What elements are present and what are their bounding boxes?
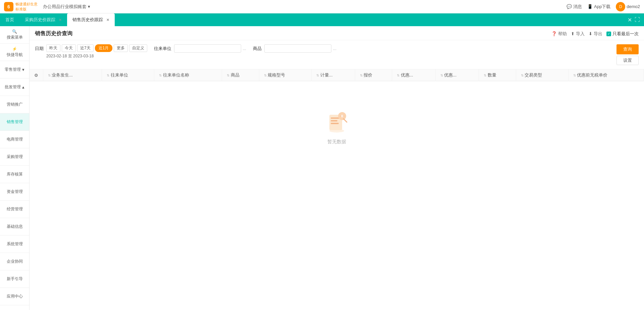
sidebar-item-system[interactable]: 系统管理 xyxy=(0,236,29,253)
customer-filter-group: 往来单位 ... xyxy=(154,44,246,53)
date-btn-last7[interactable]: 近7天 xyxy=(77,44,94,52)
th-spec[interactable]: ⇅ 规格型号 xyxy=(259,69,311,81)
th-discount1[interactable]: ⇅ 优惠... xyxy=(392,69,436,81)
product-input[interactable] xyxy=(264,44,331,53)
product-filter-group: 商品 ... xyxy=(253,44,336,53)
product-input-group: ... xyxy=(264,44,336,53)
header-left: 6 畅捷通好生意 标准版 办公用品行业模拟账套 ▾ xyxy=(4,2,93,11)
import-button[interactable]: ⬆ 导入 xyxy=(571,31,585,37)
app-download-button[interactable]: 📱 App下载 xyxy=(587,4,610,10)
th-gear[interactable]: ⚙ xyxy=(30,69,43,81)
svg-point-6 xyxy=(341,115,343,117)
table-container: ⚙ ⇅ 业务发生... ⇅ 往来单位 ⇅ xyxy=(30,69,644,310)
product-select-icon[interactable]: ... xyxy=(333,46,336,51)
svg-rect-3 xyxy=(331,120,337,121)
data-table: ⚙ ⇅ 业务发生... ⇅ 往来单位 ⇅ xyxy=(30,69,644,81)
empty-state-icon xyxy=(323,108,350,135)
date-btn-last1m[interactable]: 近1月 xyxy=(95,44,113,52)
sidebar-item-ecommerce[interactable]: 电商管理 xyxy=(0,131,29,148)
sidebar-item-basic-info[interactable]: 基础信息 xyxy=(0,218,29,236)
sidebar-item-finance[interactable]: 资金管理 xyxy=(0,183,29,201)
chevron-down-icon: ▾ xyxy=(22,67,24,72)
sort-icon: ⇅ xyxy=(521,73,524,77)
sort-icon: ⇅ xyxy=(484,73,486,77)
tab-bar-right: ✕ ⛶ xyxy=(628,17,644,23)
tab-sales-history-close[interactable]: ✕ xyxy=(106,18,109,22)
user-profile[interactable]: D demo2 xyxy=(616,2,640,11)
help-icon: ❓ xyxy=(551,31,557,36)
sidebar-item-app-center[interactable]: 应用中心 xyxy=(0,288,29,305)
workspace-selector[interactable]: 办公用品行业模拟账套 ▾ xyxy=(40,2,93,11)
sort-icon: ⇅ xyxy=(159,73,162,77)
phone-icon: 📱 xyxy=(587,4,593,9)
th-biz-date[interactable]: ⇅ 业务发生... xyxy=(43,69,102,81)
sidebar-item-wechat[interactable]: 企业微信 xyxy=(0,305,29,310)
tab-home[interactable]: 首页 xyxy=(0,13,19,26)
customer-input-group: ... xyxy=(174,44,246,53)
search-icon: 🔍 xyxy=(12,29,17,34)
import-icon: ⬆ xyxy=(571,31,575,36)
export-button[interactable]: ⬇ 导出 xyxy=(589,31,602,37)
top-header: 6 畅捷通好生意 标准版 办公用品行业模拟账套 ▾ 💬 消息 📱 App下载 D… xyxy=(0,0,644,13)
th-unit[interactable]: ⇅ 计量... xyxy=(312,69,355,81)
th-qty[interactable]: ⇅ 数量 xyxy=(479,69,516,81)
close-window-button[interactable]: ✕ xyxy=(628,17,632,23)
date-options-container: 昨天 今天 近7天 近1月 更多 自定义 2023-02-18 至 2023-0… xyxy=(46,44,147,59)
sidebar-item-retail-mgmt[interactable]: 零售管理 ▾ xyxy=(0,61,29,79)
sidebar: 🔍 搜索菜单 ⚡ 快捷导航 零售管理 ▾ 批发管理 ▴ 营销推广 销售管理 电商… xyxy=(0,26,30,310)
th-product[interactable]: ⇅ 商品 xyxy=(222,69,259,81)
sidebar-item-operations[interactable]: 经营管理 xyxy=(0,201,29,218)
date-btn-yesterday[interactable]: 昨天 xyxy=(46,44,60,52)
sidebar-item-wholesale-mgmt[interactable]: 批发管理 ▴ xyxy=(0,79,29,96)
last-only-checkbox-label[interactable]: ✓ 只看最后一次 xyxy=(606,31,639,37)
sort-icon: ⇅ xyxy=(264,73,267,77)
date-btn-custom[interactable]: 自定义 xyxy=(129,44,147,52)
export-icon: ⬇ xyxy=(589,31,592,36)
main-layout: 🔍 搜索菜单 ⚡ 快捷导航 零售管理 ▾ 批发管理 ▴ 营销推广 销售管理 电商… xyxy=(0,26,644,310)
empty-state: 暂无数据 xyxy=(30,81,644,172)
empty-text: 暂无数据 xyxy=(327,139,346,145)
th-no-tax-price[interactable]: ⇅ 优惠前无税单价 xyxy=(568,69,644,81)
query-button[interactable]: 查询 xyxy=(616,44,639,54)
filter-actions: 查询 设置 xyxy=(616,44,639,65)
th-customer-code[interactable]: ⇅ 往来单位 xyxy=(102,69,154,81)
message-button[interactable]: 💬 消息 xyxy=(567,4,582,10)
tab-sales-history[interactable]: 销售历史价跟踪 ✕ xyxy=(67,13,115,26)
maximize-window-button[interactable]: ⛶ xyxy=(635,17,640,23)
settings-button[interactable]: 设置 xyxy=(616,56,639,65)
help-button[interactable]: ❓ 帮助 xyxy=(551,31,567,37)
date-btn-today[interactable]: 今天 xyxy=(62,44,76,52)
tab-purchase-history[interactable]: 采购历史价跟踪 ✕ xyxy=(19,13,67,26)
customer-select-icon[interactable]: ... xyxy=(243,46,246,51)
sidebar-item-search-menu[interactable]: 🔍 搜索菜单 xyxy=(0,26,29,44)
header-right: 💬 消息 📱 App下载 D demo2 xyxy=(567,2,640,11)
date-filter-group: 日期 昨天 今天 近7天 近1月 更多 自定义 2023-02-18 至 202… xyxy=(35,44,147,59)
sort-icon: ⇅ xyxy=(360,73,363,77)
tab-bar: 首页 采购历史价跟踪 ✕ 销售历史价跟踪 ✕ ✕ ⛶ xyxy=(0,13,644,26)
sidebar-item-enterprise[interactable]: 企业协同 xyxy=(0,253,29,270)
sort-icon: ⇅ xyxy=(227,73,229,77)
filter-bar: 日期 昨天 今天 近7天 近1月 更多 自定义 2023-02-18 至 202… xyxy=(30,40,644,69)
page-title: 销售历史价查询 xyxy=(35,30,72,37)
sidebar-item-guide[interactable]: 新手引导 xyxy=(0,270,29,288)
sidebar-item-inventory[interactable]: 库存核算 xyxy=(0,166,29,183)
tab-purchase-history-close[interactable]: ✕ xyxy=(59,18,62,22)
svg-rect-4 xyxy=(331,123,339,124)
chevron-up-icon: ▴ xyxy=(22,85,24,90)
customer-input[interactable] xyxy=(174,44,241,53)
sidebar-item-quick-nav[interactable]: ⚡ 快捷导航 xyxy=(0,44,29,61)
sidebar-item-sales-mgmt[interactable]: 销售管理 xyxy=(0,113,29,131)
workspace-name: 办公用品行业模拟账套 xyxy=(43,4,87,10)
th-customer-name[interactable]: ⇅ 往来单位名称 xyxy=(154,69,222,81)
th-trade-type[interactable]: ⇅ 交易类型 xyxy=(516,69,568,81)
date-btn-more[interactable]: 更多 xyxy=(114,44,128,52)
th-price[interactable]: ⇅ 报价 xyxy=(355,69,392,81)
message-icon: 💬 xyxy=(567,4,572,9)
product-label: 商品 xyxy=(253,44,262,52)
sort-icon: ⇅ xyxy=(316,73,319,77)
th-discount2[interactable]: ⇅ 优惠... xyxy=(435,69,479,81)
sidebar-item-purchase-mgmt[interactable]: 采购管理 xyxy=(0,148,29,166)
date-range-display: 2023-02-18 至 2023-03-18 xyxy=(46,53,147,59)
sidebar-item-marketing[interactable]: 营销推广 xyxy=(0,96,29,113)
date-option-buttons: 昨天 今天 近7天 近1月 更多 自定义 xyxy=(46,44,147,52)
